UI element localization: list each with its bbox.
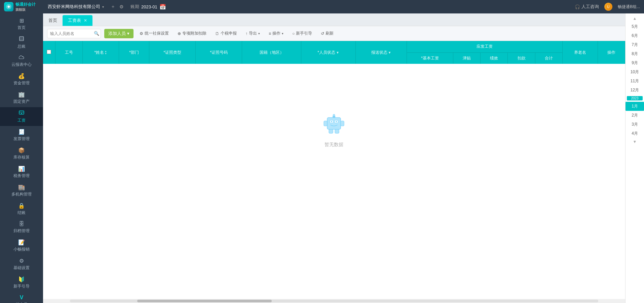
tax-icon: 📊 <box>18 166 25 172</box>
settings-icon[interactable]: ⚙ <box>119 4 124 9</box>
sidebar-item-expense[interactable]: 📝 小畅报销 <box>0 236 43 255</box>
sidebar-item-tax[interactable]: 📊 税务管理 <box>0 163 43 181</box>
month-2022-5[interactable]: 5月 <box>626 22 644 31</box>
svg-rect-16 <box>329 129 333 133</box>
sidebar-label-fund: 资金管理 <box>13 80 30 86</box>
sidebar-item-multi-org[interactable]: 🏬 多机构管理 <box>0 181 43 200</box>
header-base-salary: *基本工资 <box>407 52 453 64</box>
report-filter-icon[interactable]: ▼ <box>388 51 391 54</box>
refresh-label: 刷新 <box>326 31 334 36</box>
header-country: 国籍（地区） <box>242 41 301 64</box>
sidebar-item-invoice[interactable]: 🧾 发票管理 <box>0 126 43 144</box>
social-security-button[interactable]: ⚙ 统一社保设置 <box>137 29 172 38</box>
status-filter-icon[interactable]: ▼ <box>336 51 339 54</box>
support-label: 人工咨询 <box>581 4 599 10</box>
header-performance: 绩效 <box>481 52 508 64</box>
avatar: U <box>604 3 612 11</box>
refresh-icon: ↺ <box>321 31 324 36</box>
header-total: 合计 <box>535 52 562 64</box>
sidebar-item-settings[interactable]: ⚙ 基础设置 <box>0 255 43 273</box>
sidebar-item-guide[interactable]: 🔰 新手引导 <box>0 273 43 292</box>
svg-rect-14 <box>324 121 327 126</box>
scroll-bar-container <box>43 299 625 303</box>
header-deduction: 扣款 <box>508 52 535 64</box>
support-button[interactable]: 🎧 人工咨询 <box>575 4 599 10</box>
sidebar: ⊞ 首页 总账 云报表中心 💰 资金管理 🏢 固定资产 工资 <box>0 13 43 303</box>
month-2022-6[interactable]: 6月 <box>626 31 644 40</box>
sidebar-item-fund[interactable]: 💰 资金管理 <box>0 70 43 89</box>
company-selector[interactable]: 西安虾米网络科技有限公司 ▾ <box>48 4 104 10</box>
month-2022-9[interactable]: 9月 <box>626 58 644 68</box>
year-2023-section: 2023 <box>626 95 644 102</box>
empty-state: 暂无数据 <box>43 84 625 175</box>
month-2023-1[interactable]: 1月 <box>626 102 644 111</box>
personal-tax-icon: 🗋 <box>215 31 219 36</box>
nav-down-button[interactable]: ▼ <box>626 138 644 145</box>
fund-icon: 💰 <box>18 73 25 79</box>
month-2022-8[interactable]: 8月 <box>626 49 644 58</box>
app-logo: 畅通好会计 旗舰版 <box>4 2 44 12</box>
member-icon: V <box>20 295 24 301</box>
add-company-button[interactable]: ＋ <box>111 4 115 10</box>
tab-close-button[interactable]: ✕ <box>84 18 87 23</box>
svg-point-13 <box>333 114 335 116</box>
sidebar-label-ledger: 总账 <box>17 44 26 49</box>
svg-point-10 <box>331 121 332 122</box>
invoice-icon: 🧾 <box>18 129 25 135</box>
sidebar-item-closing[interactable]: 🔒 结账 <box>0 200 43 218</box>
month-2022-10[interactable]: 10月 <box>626 68 644 77</box>
svg-rect-17 <box>335 129 339 133</box>
logo-icon <box>4 2 13 11</box>
sidebar-item-home[interactable]: ⊞ 首页 <box>0 15 43 33</box>
month-2022-11[interactable]: 11月 <box>626 77 644 86</box>
month-2022-7[interactable]: 7月 <box>626 40 644 49</box>
nav-up-button[interactable]: ▲ <box>626 15 644 22</box>
operation-icon: ≡ <box>269 31 271 36</box>
tab-bar: 首页 工资表 ✕ <box>43 13 625 26</box>
sidebar-item-member[interactable]: V 畅会员 <box>0 292 43 303</box>
sidebar-label-expense: 小畅报销 <box>13 247 30 252</box>
search-input[interactable] <box>50 31 94 36</box>
month-2023-3[interactable]: 3月 <box>626 120 644 129</box>
export-button[interactable]: ↑ 导出 ▾ <box>243 29 263 38</box>
social-security-label: 统一社保设置 <box>145 31 169 36</box>
header-emp-id: 工号 <box>55 41 82 64</box>
sidebar-label-closing: 结账 <box>17 210 26 216</box>
month-2023-4[interactable]: 4月 <box>626 129 644 138</box>
headset-icon: 🎧 <box>575 4 580 9</box>
select-all-checkbox[interactable] <box>47 50 51 54</box>
personal-tax-button[interactable]: 🗋 个税申报 <box>213 29 239 38</box>
tab-salary-label: 工资表 <box>68 17 81 24</box>
special-deduction-button[interactable]: ⊕ 专项附加扣除 <box>175 29 209 38</box>
export-icon: ↑ <box>245 31 248 36</box>
refresh-button[interactable]: ↺ 刷新 <box>318 29 336 38</box>
guide-toolbar-icon: ○ <box>292 31 295 36</box>
company-name: 西安虾米网络科技有限公司 <box>48 4 100 10</box>
top-header: 畅通好会计 旗舰版 西安虾米网络科技有限公司 ▾ ＋ ⚙ 账期 2023-01 … <box>0 0 644 13</box>
sidebar-item-inventory[interactable]: 📦 库存核算 <box>0 144 43 163</box>
sidebar-item-archive[interactable]: 🗄 归档管理 <box>0 218 43 236</box>
toolbar: 🔍 添加人员 ▾ ⚙ 统一社保设置 ⊕ 专项附加扣除 🗋 个税申报 ↑ 导出 <box>43 26 625 41</box>
period-value: 2023-01 <box>141 4 157 9</box>
guide-toolbar-label: 新手引导 <box>296 31 312 36</box>
sidebar-item-cloud-report[interactable]: 云报表中心 <box>0 52 43 70</box>
sidebar-item-ledger[interactable]: 总账 <box>0 33 43 52</box>
sidebar-label-inventory: 库存核算 <box>13 155 30 160</box>
sidebar-label-fixed-assets: 固定资产 <box>13 99 30 104</box>
guide-button[interactable]: ○ 新手引导 <box>290 29 315 38</box>
add-person-button[interactable]: 添加人员 ▾ <box>104 29 134 38</box>
name-sort-icon[interactable]: ▲▼ <box>105 50 107 55</box>
month-2023-2[interactable]: 2月 <box>626 111 644 120</box>
tab-home[interactable]: 首页 <box>43 15 63 26</box>
tab-salary-table[interactable]: 工资表 ✕ <box>63 15 92 26</box>
scroll-thumb[interactable] <box>137 300 272 302</box>
sidebar-item-fixed-assets[interactable]: 🏢 固定资产 <box>0 89 43 107</box>
calendar-icon[interactable]: 📅 <box>159 4 166 10</box>
month-2022-12[interactable]: 12月 <box>626 86 644 95</box>
year-badge-2023: 2023 <box>627 96 643 100</box>
sidebar-label-multi-org: 多机构管理 <box>11 191 32 197</box>
sidebar-item-salary[interactable]: 工资 <box>0 107 43 126</box>
header-status-label: *人员状态 <box>317 50 335 55</box>
header-icons: ＋ ⚙ <box>111 4 124 10</box>
operation-button[interactable]: ≡ 操作 ▾ <box>266 29 286 38</box>
